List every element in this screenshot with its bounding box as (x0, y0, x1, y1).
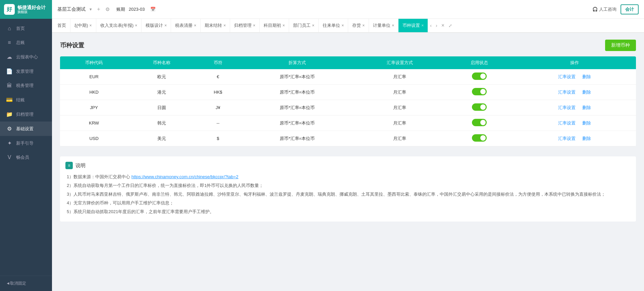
notice-icon: ≡ (65, 162, 73, 169)
tab-subjects-label: 科目期初 (264, 22, 281, 29)
close-all-tabs-button[interactable]: × (439, 22, 446, 29)
company-dropdown-icon[interactable]: ▾ (90, 7, 92, 12)
rate-setting-link[interactable]: 汇率设置 (558, 74, 576, 79)
cell-code: KRW (60, 115, 128, 131)
sidebar-item-reports[interactable]: ☁ 云报表中心 (0, 50, 52, 64)
tab-template-close[interactable]: × (164, 23, 167, 28)
headset-icon: 🎧 (592, 7, 598, 12)
page-title-row: 币种设置 新增币种 (60, 40, 636, 51)
sidebar-pin-toggle[interactable]: ◄取消固定 (0, 276, 52, 291)
tab-period-end-close[interactable]: × (223, 23, 226, 28)
guide-icon: ✦ (6, 140, 13, 146)
tab-inventory-label: 存货 (352, 22, 361, 29)
consult-button[interactable]: 🎧 人工咨询 (592, 6, 616, 12)
cell-code: JPY (60, 100, 128, 115)
rate-setting-link[interactable]: 汇率设置 (558, 136, 576, 141)
tab-archive-close[interactable]: × (253, 23, 255, 28)
tab-period-end[interactable]: 期末结转 × (201, 19, 230, 32)
cell-symbol: € (196, 69, 240, 85)
delete-link[interactable]: 删除 (582, 136, 591, 141)
cell-rate-type: 月汇率 (354, 100, 445, 115)
enable-toggle[interactable] (472, 119, 487, 126)
enable-toggle[interactable] (472, 72, 487, 80)
logo-icon: 好 (4, 4, 15, 15)
tab-home[interactable]: 首页 (53, 19, 70, 32)
settings-icon[interactable]: ⚙ (105, 6, 110, 12)
tab-dept-close[interactable]: × (312, 23, 314, 28)
delete-link[interactable]: 删除 (582, 105, 591, 110)
notice-item: 5）系统只能自动抓取2021年度后的汇率，之前年度汇率需要用户手工维护。 (67, 207, 631, 216)
company-name: 基层工会测试 (57, 6, 86, 12)
table-row: HKD 港元 HK$ 原币*汇率=本位币 月汇率 汇率设置 删除 (60, 85, 636, 100)
currency-table: 币种代码 币种名称 币符 折算方式 汇率设置方式 启用状态 操作 EUR 欧元 … (60, 56, 636, 146)
rate-setting-link[interactable]: 汇率设置 (558, 120, 576, 126)
tab-measure[interactable]: 计量单位 × (369, 19, 398, 32)
notice-link[interactable]: https://www.chinamoney.com.cn/chinese/bk… (131, 174, 238, 179)
tab-inventory[interactable]: 存货 × (348, 19, 369, 32)
sidebar-label-invoice: 发票管理 (16, 68, 34, 75)
sidebar-item-invoice[interactable]: 📄 发票管理 (0, 64, 52, 79)
tab-next-button[interactable]: › (434, 23, 439, 28)
cell-rate-type: 月汇率 (354, 69, 445, 85)
col-name: 币种名称 (128, 56, 196, 69)
tab-tax[interactable]: 税表清册 × (171, 19, 201, 32)
main-area: 基层工会测试 ▾ ＋ ⚙ 账期 2023-03 📅 🎧 人工咨询 会计 首页 ξ… (52, 0, 644, 291)
tab-subjects[interactable]: 科目期初 × (260, 19, 289, 32)
tab-prev-button[interactable]: ‹ (428, 23, 434, 28)
tab-inventory-close[interactable]: × (362, 23, 365, 28)
add-tab-icon[interactable]: ＋ (96, 6, 101, 13)
tab-units[interactable]: 往来单位 × (319, 19, 348, 32)
tab-archive[interactable]: 归档管理 × (230, 19, 260, 32)
notice-item: 2）系统自动获取每月第一个工作日的汇率标价，统一为直接标价法，即1外币可以兑换的… (67, 181, 631, 190)
cell-rate-type: 月汇率 (354, 115, 445, 131)
consult-label: 人工咨询 (599, 6, 616, 12)
col-symbol: 币符 (196, 56, 240, 69)
app-edition: 旗舰版 (17, 10, 46, 14)
member-icon: V (6, 154, 13, 160)
new-currency-button[interactable]: 新增币种 (605, 40, 636, 51)
tab-currency-label: 币种设置 (402, 22, 420, 29)
tab-income[interactable]: 收入支出表(年报) × (96, 19, 142, 32)
sidebar-item-member[interactable]: V 畅会员 (0, 150, 52, 164)
sidebar-label-archive: 归档管理 (16, 111, 34, 117)
enable-toggle[interactable] (472, 88, 487, 95)
cell-name: 韩元 (128, 115, 196, 131)
tab-dept-label: 部门员工 (293, 22, 311, 29)
enable-toggle[interactable] (472, 134, 487, 142)
tab-income-close[interactable]: × (135, 23, 137, 28)
cell-enabled (445, 69, 513, 85)
sidebar-item-tax[interactable]: 🏛 税务管理 (0, 79, 52, 93)
delete-link[interactable]: 删除 (582, 90, 591, 95)
tab-dept[interactable]: 部门员工 × (289, 19, 319, 32)
app-logo: 好 畅捷通好会计 旗舰版 (0, 0, 52, 19)
tab-units-close[interactable]: × (341, 23, 344, 28)
sidebar-item-ledger[interactable]: ≡ 总账 (0, 36, 52, 50)
sidebar-item-basic[interactable]: ⚙ 基础设置 (0, 122, 52, 136)
sidebar-item-guide[interactable]: ✦ 新手引导 (0, 136, 52, 150)
sidebar-item-home[interactable]: ⌂ 首页 (0, 21, 52, 36)
tab-period[interactable]: ξ(中期) × (70, 19, 96, 32)
sidebar-label-guide: 新手引导 (16, 140, 34, 146)
sidebar-item-archive[interactable]: 📁 归档管理 (0, 107, 52, 122)
tab-measure-close[interactable]: × (392, 23, 394, 28)
tab-template[interactable]: 模版设计 × (142, 19, 171, 32)
calendar-icon[interactable]: 📅 (150, 7, 156, 12)
sidebar-item-settlement[interactable]: 💳 结账 (0, 93, 52, 107)
tab-currency[interactable]: 币种设置 × (398, 19, 428, 32)
expand-icon[interactable]: ⤢ (446, 23, 454, 28)
rate-setting-link[interactable]: 汇率设置 (558, 105, 576, 110)
delete-link[interactable]: 删除 (582, 120, 591, 126)
tab-tax-close[interactable]: × (194, 23, 196, 28)
enable-toggle[interactable] (472, 103, 487, 111)
tab-subjects-close[interactable]: × (282, 23, 285, 28)
tab-currency-close[interactable]: × (421, 23, 424, 28)
cell-actions: 汇率设置 删除 (513, 85, 636, 100)
cell-calc: 原币*汇率=本位币 (240, 131, 354, 146)
tab-period-close[interactable]: × (89, 23, 92, 28)
sidebar-nav: ⌂ 首页 ≡ 总账 ☁ 云报表中心 📄 发票管理 🏛 税务管理 💳 结账 📁 归… (0, 19, 52, 276)
delete-link[interactable]: 删除 (582, 74, 591, 79)
cell-name: 港元 (128, 85, 196, 100)
rate-setting-link[interactable]: 汇率设置 (558, 90, 576, 95)
accountant-button[interactable]: 会计 (621, 4, 639, 14)
col-actions: 操作 (513, 56, 636, 69)
